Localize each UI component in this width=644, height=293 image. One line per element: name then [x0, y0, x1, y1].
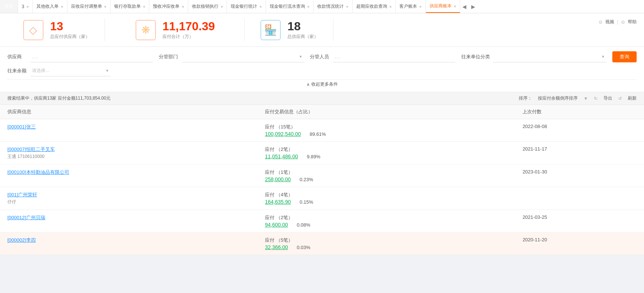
nav-cash-bank-stat-close[interactable]: × [259, 4, 262, 9]
nav-other-income[interactable]: 其他收入单 × [33, 0, 67, 13]
tx-percent: 0.15% [300, 199, 313, 205]
nav-collect-stat-close[interactable]: × [346, 4, 348, 9]
category-label: 往来单位分类 [461, 54, 490, 60]
nav-home-label: 首页 [4, 3, 13, 10]
nav-overdue-query-label: 超期应收款查询 [356, 3, 387, 10]
tx-cell: 应付 （2笔）11,051,486.009.89% [258, 142, 515, 165]
nav-overdue-query[interactable]: 超期应收款查询 × [353, 0, 396, 13]
nav-cash-bank-flow-close[interactable]: × [307, 4, 309, 9]
tx-label: 应付 [265, 146, 274, 152]
tx-amount-row: 11,051,486.009.89% [265, 154, 508, 159]
person-input[interactable]: ... [333, 51, 455, 62]
supplier-input[interactable]: ... [31, 51, 153, 62]
tx-amount[interactable]: 258,000.00 [265, 176, 291, 182]
filter-row-2: 往来余额 请选择... ▼ [7, 65, 637, 76]
data-table: 供应商信息 应付交易信息（占比） 上次付数 [000001]张三应付 （15笔）… [0, 105, 644, 255]
refresh-button[interactable]: 刷新 [628, 95, 637, 101]
filter-person: 分管人员 ... [310, 51, 455, 62]
nav-overdue-query-close[interactable]: × [389, 4, 392, 9]
circle-icon: ⊙ [599, 20, 602, 25]
nav-collect-stat[interactable]: 收款情况统计 × [314, 0, 352, 13]
last-payment-date: 2023-01-30 [522, 169, 547, 175]
tx-amount[interactable]: 94,600.00 [265, 222, 288, 228]
nav-advance-collect[interactable]: 预收冲应收单 × [149, 0, 188, 13]
balance-input[interactable]: 请选择... ▼ [31, 65, 111, 76]
nav-supplier-account[interactable]: 供应商账本 × [426, 0, 460, 13]
nav-cash-bank-flow-label: 现金银行流水查询 [270, 3, 305, 10]
supplier-link[interactable]: [000002]李四 [7, 237, 36, 243]
th-supplier-info: 供应商信息 [0, 105, 258, 119]
video-link[interactable]: 视频 [605, 19, 614, 25]
stat-payable-amount: ❋ 11,170.39 应付合计（万） [105, 19, 245, 41]
last-payment-cell: 2022-08-08 [515, 119, 644, 142]
tx-amount[interactable]: 11,051,486.00 [265, 154, 298, 159]
tx-amount[interactable]: 32,366.00 [265, 244, 288, 250]
nav-supplier-account-close[interactable]: × [454, 4, 456, 8]
table-row: [001]广州荣轩仔仔应付 （4笔）164,635.900.15% [0, 187, 644, 210]
supplier-link[interactable]: [001]广州荣轩 [7, 192, 37, 197]
filter-dept: 分管部门 ▼ [159, 51, 304, 62]
nav-ap-adjust[interactable]: 应收应付调整单 × [67, 0, 111, 13]
export-button[interactable]: 导出 [603, 95, 612, 101]
data-table-container: 供应商信息 应付交易信息（占比） 上次付数 [000001]张三应付 （15笔）… [0, 105, 644, 255]
help-link[interactable]: 帮助 [628, 19, 637, 25]
supplier-link[interactable]: [000100]本特勤油品有限公司 [7, 169, 69, 175]
table-row: [000012]广州贝瑞应付 （2笔）94,600.000.08%2021-03… [0, 210, 644, 232]
query-button[interactable]: 查询 [612, 51, 637, 62]
tx-amount[interactable]: 164,635.90 [265, 199, 291, 205]
table-row: [000002]李四应付 （5笔）32,366.000.03%2020-11-2… [0, 232, 644, 255]
nav-advance-collect-close[interactable]: × [182, 4, 184, 9]
tx-cell: 应付 （2笔）94,600.000.08% [258, 210, 515, 232]
tx-amount[interactable]: 100,092,540.00 [265, 131, 301, 137]
sort-value[interactable]: 按应付余额倒序排序 [538, 95, 578, 101]
stats-area: ◇ 13 总应付供应商（家） ❋ 11,170.39 应付合计（万） 🏪 18 … [0, 13, 644, 47]
supplier-cell: [000002]李四 [0, 232, 258, 255]
category-input[interactable]: ▼ [493, 51, 607, 62]
nav-cash-bank-flow[interactable]: 现金银行流水查询 × [266, 0, 314, 13]
nav-tab-3[interactable]: 3 × [18, 0, 33, 13]
th-last-payment: 上次付数 [515, 105, 644, 119]
dept-input[interactable]: ▼ [182, 51, 304, 62]
table-row: [000100]本特勤油品有限公司应付 （1笔）258,000.000.23%2… [0, 165, 644, 187]
nav-tab-3-close[interactable]: × [27, 4, 29, 9]
supplier-link[interactable]: [000001]张三 [7, 124, 36, 130]
tx-cell: 应付 （4笔）164,635.900.15% [258, 187, 515, 210]
person-dots: ... [335, 54, 341, 59]
result-info: 搜索结果中，供应商13家 应付金额111,703,854.00元 [7, 95, 111, 101]
tx-count: （1笔） [276, 169, 293, 175]
nav-prev-arrow[interactable]: ◀ [460, 0, 469, 13]
supplier-link[interactable]: [000007]恒旺二手叉车 [7, 146, 55, 152]
nav-bank-deposit[interactable]: 银行存取款单 × [111, 0, 149, 13]
nav-customer-account-label: 客户账本 [399, 3, 417, 10]
tx-count: （4笔） [276, 192, 293, 197]
diamond-icon: ◇ [22, 19, 44, 41]
balance-label: 往来余额 [7, 68, 28, 74]
nav-customer-account[interactable]: 客户账本 × [396, 0, 426, 13]
tx-count: （15笔） [276, 124, 295, 130]
nav-bank-deposit-close[interactable]: × [143, 4, 145, 9]
supplier-cell: [000100]本特勤油品有限公司 [0, 165, 258, 187]
filter-category: 往来单位分类 ▼ [461, 51, 607, 62]
nav-next-arrow[interactable]: ▶ [469, 0, 478, 13]
nav-supplier-account-label: 供应商账本 [430, 3, 452, 9]
tx-percent: 9.89% [307, 154, 321, 159]
nav-ap-adjust-close[interactable]: × [104, 4, 106, 9]
tx-label-row: 应付 （5笔） [265, 237, 508, 244]
nav-home[interactable]: 首页 [0, 0, 18, 13]
tx-cell: 应付 （15笔）100,092,540.0089.61% [258, 119, 515, 142]
export-icon: ↻ [594, 96, 598, 101]
stat-payable-amount-info: 11,170.39 应付合计（万） [162, 20, 215, 40]
nav-other-income-close[interactable]: × [61, 4, 63, 9]
last-payment-cell [515, 187, 644, 210]
nav-collect-verify-close[interactable]: × [221, 4, 223, 9]
collapse-button[interactable]: ∧ 收起更多条件 [7, 79, 637, 89]
table-header-row: 供应商信息 应付交易信息（占比） 上次付数 [0, 105, 644, 119]
nav-cash-bank-stat[interactable]: 现金银行统计 × [227, 0, 266, 13]
nav-collect-verify[interactable]: 收款核销执行 × [188, 0, 227, 13]
payable-amount-label: 应付合计（万） [162, 34, 215, 40]
supplier-link[interactable]: [000012]广州贝瑞 [7, 215, 45, 220]
circle-icon2: ⊙ [621, 20, 625, 25]
last-payment-cell: 2021-11-17 [515, 142, 644, 165]
nav-customer-account-close[interactable]: × [419, 4, 421, 9]
last-payment-date: 2022-08-08 [522, 124, 547, 129]
